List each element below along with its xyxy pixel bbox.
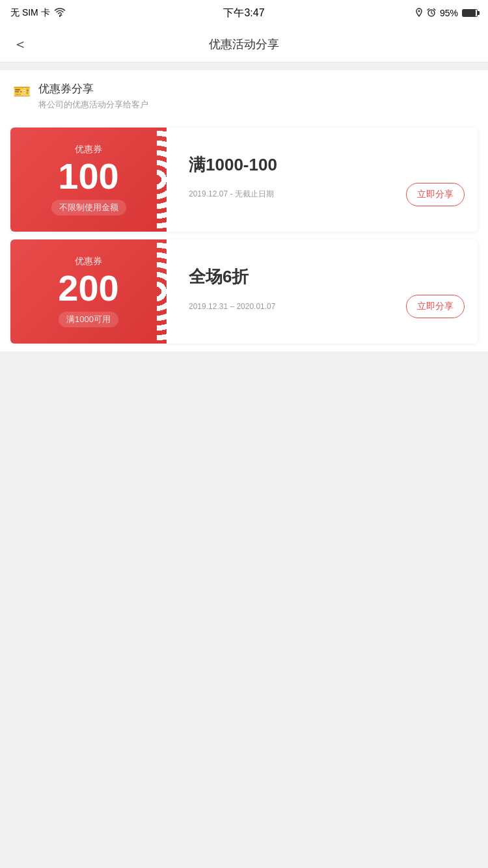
wifi-icon	[54, 8, 66, 19]
carrier-text: 无 SIM 卡	[10, 7, 50, 19]
status-bar: 无 SIM 卡 下午3:47 95	[0, 0, 488, 26]
coupon-card-1: 优惠券 200 满1000可用 全场6折 2019.12.31 – 2020.0…	[10, 239, 478, 344]
status-left: 无 SIM 卡	[10, 7, 66, 19]
svg-point-0	[59, 15, 60, 16]
coupon-date-0: 2019.12.07 - 无截止日期	[189, 189, 400, 200]
coupon-right-0: 满1000-100 2019.12.07 - 无截止日期 立即分享	[176, 128, 478, 232]
nav-title: 优惠活动分享	[209, 36, 279, 52]
share-button-1[interactable]: 立即分享	[406, 295, 465, 318]
section-icon: 🎫	[13, 83, 31, 100]
status-right: 95%	[415, 8, 478, 19]
coupon-right-1: 全场6折 2019.12.31 – 2020.01.07 立即分享	[176, 239, 478, 344]
svg-point-1	[418, 10, 420, 12]
section-subtitle: 将公司的优惠活动分享给客户	[38, 99, 148, 111]
coupon-bottom-1: 2019.12.31 – 2020.01.07 立即分享	[189, 295, 465, 318]
nav-bar: ＜ 优惠活动分享	[0, 26, 488, 62]
coupon-date-1: 2019.12.31 – 2020.01.07	[189, 302, 400, 311]
coupon-left-1: 优惠券 200 满1000可用	[10, 239, 167, 344]
coupon-card-0: 优惠券 100 不限制使用金额 满1000-100 2019.12.07 - 无…	[10, 128, 478, 232]
alarm-icon	[427, 8, 436, 19]
section-text: 优惠券分享 将公司的优惠活动分享给客户	[38, 82, 148, 111]
coupon-list: 优惠券 100 不限制使用金额 满1000-100 2019.12.07 - 无…	[0, 120, 488, 351]
coupon-condition-0: 不限制使用金额	[51, 200, 126, 215]
location-icon	[415, 8, 423, 19]
bottom-fill	[0, 351, 488, 716]
back-button[interactable]: ＜	[13, 34, 27, 54]
coupon-name-1: 全场6折	[189, 265, 465, 288]
coupon-amount-0: 100	[58, 158, 118, 195]
share-button-0[interactable]: 立即分享	[406, 183, 465, 206]
section-gap-top	[0, 62, 488, 70]
section-header: 🎫 优惠券分享 将公司的优惠活动分享给客户	[0, 70, 488, 120]
coupon-amount-1: 200	[58, 270, 118, 306]
coupon-bottom-0: 2019.12.07 - 无截止日期 立即分享	[189, 183, 465, 206]
coupon-label-1: 优惠券	[75, 256, 102, 267]
battery-icon	[462, 9, 478, 17]
coupon-label-0: 优惠券	[75, 144, 102, 156]
section-title: 优惠券分享	[38, 82, 148, 96]
coupon-condition-1: 满1000可用	[59, 312, 118, 327]
status-time: 下午3:47	[223, 7, 264, 20]
coupon-left-0: 优惠券 100 不限制使用金额	[10, 128, 167, 232]
battery-percent: 95%	[440, 8, 458, 18]
coupon-name-0: 满1000-100	[189, 154, 465, 176]
